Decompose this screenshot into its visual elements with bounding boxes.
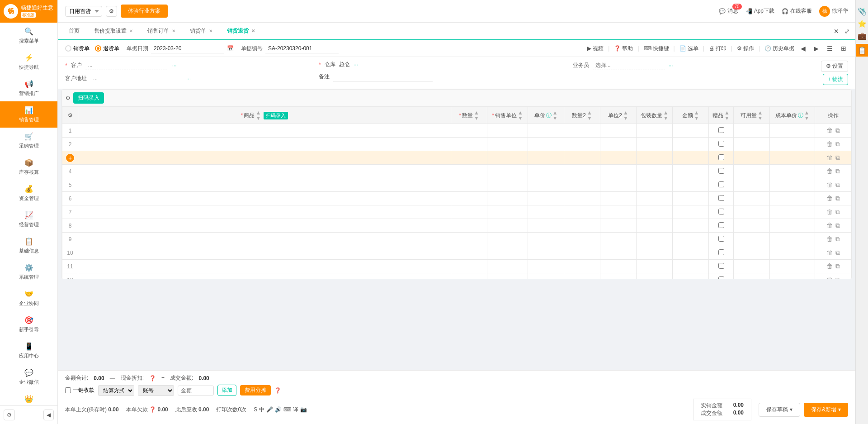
delete-icon[interactable]: 🗑 [826,167,833,175]
cell-amount[interactable] [673,138,709,151]
app-download-btn[interactable]: 📲 App下载 [745,7,774,15]
copy-icon[interactable]: ⧉ [835,235,840,243]
amount-input[interactable] [178,386,214,395]
cell-qty2[interactable] [564,233,600,246]
cell-pack-qty[interactable] [637,273,673,279]
tab-home[interactable]: 首页 [61,23,87,40]
customer-input[interactable] [85,61,167,70]
prev-bill-btn[interactable]: ◀ [799,43,807,54]
industry-select[interactable]: 日用百货 [65,6,102,17]
form-settings-btn[interactable]: ⚙ 设置 [821,61,848,72]
tab-sales-order[interactable]: 销售订单 ✕ [140,23,183,40]
cell-product[interactable] [78,260,451,273]
sidebar-settings-btn[interactable]: ⚙ [4,410,15,420]
cell-unit2[interactable] [600,205,637,219]
cell-unit2[interactable] [600,124,637,138]
gift-checkbox[interactable] [718,236,724,242]
cell-pack-qty[interactable] [637,246,673,260]
cell-product[interactable] [78,165,451,178]
discount-help-icon[interactable]: ❓ [149,375,156,381]
cell-qty2[interactable] [564,246,600,260]
copy-icon[interactable]: ⧉ [835,208,840,216]
delete-icon[interactable]: 🗑 [826,222,833,229]
cell-unit2[interactable] [600,151,637,165]
toolbar-operation-btn[interactable]: ⚙ 操作 [737,45,754,52]
cell-qty[interactable] [451,246,487,260]
cell-cost-price[interactable] [770,260,815,273]
cell-amount[interactable] [673,178,709,192]
copy-icon[interactable]: ⧉ [835,167,840,175]
cell-qty2[interactable] [564,205,600,219]
cell-product[interactable] [78,178,451,192]
gift-checkbox[interactable] [718,141,724,147]
delete-icon[interactable]: 🗑 [826,235,833,243]
cell-gift[interactable] [709,192,734,205]
cell-amount[interactable] [673,260,709,273]
cell-qty[interactable] [451,151,487,165]
copy-icon[interactable]: ⧉ [835,195,840,202]
cell-unit[interactable] [487,260,528,273]
cell-pack-qty[interactable] [637,219,673,233]
payment-checkbox-input[interactable] [65,387,71,393]
sidebar-item-system[interactable]: ⚙️ 系统管理 [0,259,57,285]
cell-unit2[interactable] [600,165,637,178]
sidebar-item-basic[interactable]: 📋 基础信息 [0,233,57,259]
experience-btn[interactable]: 体验行业方案 [121,5,168,18]
tab-sales-delivery[interactable]: 销货单 ✕ [183,23,220,40]
cell-qty[interactable] [451,192,487,205]
cell-pack-qty[interactable] [637,165,673,178]
gift-checkbox[interactable] [718,209,724,214]
sidebar-collapse-btn[interactable]: ◀ [43,410,54,420]
cell-unit2[interactable] [600,273,637,279]
sidebar-item-appstore[interactable]: 📱 应用中心 [0,338,57,364]
staff-more-btn[interactable]: ··· [669,62,673,69]
cell-available[interactable] [734,138,770,151]
cell-price[interactable] [528,138,564,151]
sidebar-item-wechat[interactable]: 💬 企业微信 [0,364,57,390]
cell-product[interactable] [78,205,451,219]
note-input[interactable] [333,72,433,81]
rail-icon-2[interactable]: 📎 [858,7,867,16]
cell-amount[interactable] [673,165,709,178]
cell-price[interactable] [528,260,564,273]
sidebar-item-newbie[interactable]: 🎯 新手引导 [0,311,57,338]
radio-delivery[interactable]: 销货单 [65,45,90,52]
message-btn[interactable]: 💬 消息 70 [719,7,738,15]
cell-product[interactable] [78,219,451,233]
save-draft-btn[interactable]: 保存草稿 ▾ [759,403,800,417]
cell-unit2[interactable] [600,246,637,260]
cell-cost-price[interactable] [770,273,815,279]
tab-close-sales-delivery[interactable]: ✕ [209,29,212,33]
cell-gift[interactable] [709,178,734,192]
list-view-btn[interactable]: ☰ [825,43,835,54]
cell-qty2[interactable] [564,124,600,138]
cell-pack-qty[interactable] [637,192,673,205]
cell-cost-price[interactable] [770,233,815,246]
tab-close-sales-order[interactable]: ✕ [172,29,175,33]
cell-available[interactable] [734,273,770,279]
cell-available[interactable] [734,124,770,138]
copy-icon[interactable]: ⧉ [835,140,840,148]
account-select[interactable]: 账号 [138,385,174,396]
sidebar-item-inventory[interactable]: 📦 库存核算 [0,154,57,180]
cell-price[interactable] [528,178,564,192]
cell-amount[interactable] [673,124,709,138]
delete-icon[interactable]: 🗑 [826,262,833,270]
delete-icon[interactable]: 🗑 [826,195,833,202]
customer-more-btn[interactable]: ··· [172,62,177,69]
calendar-icon[interactable]: 📅 [227,45,234,52]
cell-qty[interactable] [451,165,487,178]
cell-cost-price[interactable] [770,192,815,205]
rail-icon-5[interactable]: 📋 [856,44,868,57]
toolbar-help-btn[interactable]: ❓ 帮助 [614,45,633,52]
th-gear[interactable]: ⚙ [62,107,78,124]
toolbar-history-btn[interactable]: 🕐 历史单据 [764,45,794,52]
cell-qty[interactable] [451,219,487,233]
cell-unit2[interactable] [600,260,637,273]
cell-qty2[interactable] [564,165,600,178]
sidebar-item-finance[interactable]: 💰 资金管理 [0,180,57,206]
cell-gift[interactable] [709,205,734,219]
cell-amount[interactable] [673,273,709,279]
cell-price[interactable] [528,124,564,138]
cell-qty[interactable] [451,138,487,151]
